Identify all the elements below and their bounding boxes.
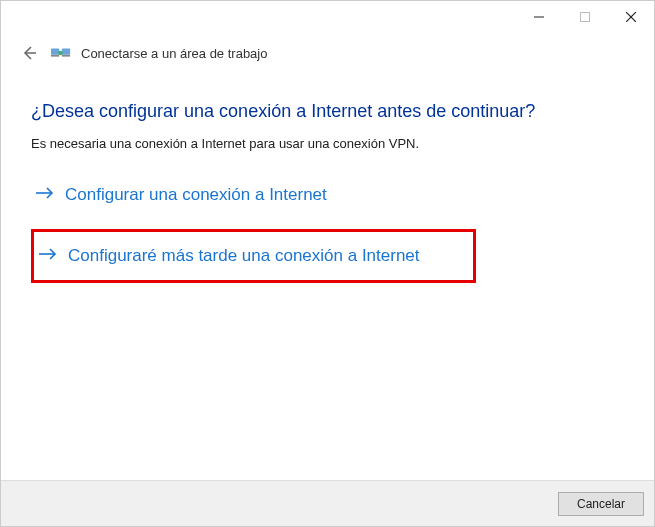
wizard-title: Conectarse a un área de trabajo: [81, 46, 267, 61]
svg-rect-8: [62, 55, 70, 57]
maximize-button[interactable]: [562, 1, 608, 33]
option-label: Configuraré más tarde una conexión a Int…: [68, 246, 420, 266]
svg-rect-1: [581, 13, 590, 22]
arrow-right-icon: [35, 185, 55, 205]
content-area: ¿Desea configurar una conexión a Interne…: [1, 73, 654, 283]
option-label: Configurar una conexión a Internet: [65, 185, 327, 205]
svg-rect-6: [51, 55, 59, 57]
footer-bar: Cancelar: [1, 480, 654, 526]
option-setup-later[interactable]: Configuraré más tarde una conexión a Int…: [31, 229, 476, 283]
svg-rect-7: [62, 48, 70, 54]
svg-rect-5: [51, 48, 59, 54]
close-button[interactable]: [608, 1, 654, 33]
titlebar: [1, 1, 654, 33]
question-heading: ¿Desea configurar una conexión a Interne…: [31, 101, 624, 122]
description-text: Es necesaria una conexión a Internet par…: [31, 136, 624, 151]
wizard-header: Conectarse a un área de trabajo: [1, 33, 654, 73]
arrow-right-icon: [38, 246, 58, 266]
cancel-button[interactable]: Cancelar: [558, 492, 644, 516]
svg-point-9: [58, 51, 63, 56]
back-button[interactable]: [17, 41, 41, 65]
minimize-button[interactable]: [516, 1, 562, 33]
workplace-icon: [51, 45, 71, 61]
option-setup-now[interactable]: Configurar una conexión a Internet: [31, 179, 624, 211]
